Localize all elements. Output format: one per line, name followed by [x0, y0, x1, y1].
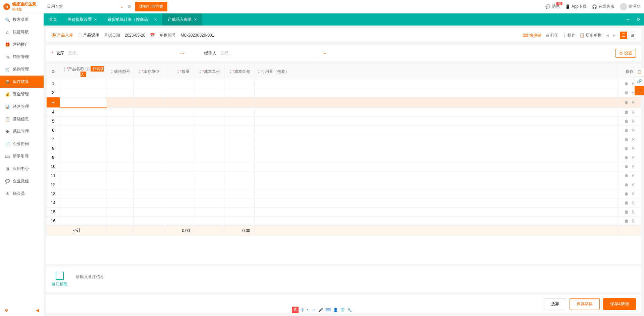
cell-spec[interactable] [107, 126, 134, 135]
cell-price[interactable] [194, 135, 224, 144]
sidebar-item-8[interactable]: 📋基础信息 [0, 113, 44, 125]
add-row-icon[interactable]: + [50, 99, 56, 105]
radio-product-in[interactable]: 产品入库 [52, 33, 73, 38]
save-draft-button[interactable]: 保存草稿 [570, 298, 600, 310]
cell-amount[interactable] [224, 198, 255, 208]
copy-icon[interactable]: ⎘ [632, 200, 634, 205]
cell-spec[interactable] [107, 153, 134, 162]
cell-amount[interactable] [224, 79, 255, 88]
table-row[interactable]: 12🗑⎘ [47, 180, 641, 189]
sidebar-item-6[interactable]: 💰资金管理 [0, 88, 44, 100]
handler-input[interactable] [219, 49, 320, 57]
cell-name[interactable] [60, 198, 107, 208]
float-btn-3[interactable]: ⛶ [635, 86, 644, 95]
delete-icon[interactable]: 🗑 [625, 155, 629, 160]
cell-unit[interactable] [134, 97, 164, 108]
cell-price[interactable] [194, 180, 224, 189]
cell-available[interactable] [255, 126, 618, 135]
delete-icon[interactable]: 🗑 [625, 200, 629, 205]
cell-qty[interactable] [164, 198, 194, 208]
settings-button[interactable]: ⚙ 设置 [615, 49, 636, 58]
cell-amount[interactable] [224, 108, 255, 117]
cell-qty[interactable] [164, 189, 194, 198]
download-button[interactable]: 📱 App下载 [565, 4, 587, 9]
cell-price[interactable] [194, 117, 224, 126]
cell-name[interactable] [60, 171, 107, 180]
cell-available[interactable] [255, 117, 618, 126]
copy-icon[interactable]: ⎘ [632, 210, 634, 214]
cell-unit[interactable] [134, 117, 164, 126]
date-value[interactable]: 2023-03-20 [125, 33, 145, 38]
experience-button[interactable]: 体验行业方案 [135, 2, 167, 11]
cell-unit[interactable] [134, 208, 164, 217]
cell-spec[interactable] [107, 79, 134, 88]
cell-spec[interactable] [107, 144, 134, 153]
cell-price[interactable] [194, 189, 224, 198]
copy-icon[interactable]: ⎘ [632, 81, 634, 86]
col-spec[interactable]: ▲▼规格型号 [107, 64, 134, 79]
close-icon[interactable]: ✕ [154, 17, 157, 22]
sidebar-item-2[interactable]: 🎁营销推广 [0, 38, 44, 51]
col-qty[interactable]: ▲▼*数量 [164, 64, 194, 79]
cell-available[interactable] [255, 144, 618, 153]
delete-icon[interactable]: 🗑 [625, 210, 629, 214]
cell-qty[interactable] [164, 171, 194, 180]
cell-available[interactable] [255, 88, 618, 97]
category-dropdown[interactable]: 日用百货 ⌄ [47, 4, 123, 9]
cell-unit[interactable] [134, 217, 164, 226]
col-price[interactable]: ▲▼*成本单价 [194, 64, 224, 79]
cell-spec[interactable] [107, 108, 134, 117]
copy-icon[interactable]: ⎘ [632, 146, 634, 151]
cell-spec[interactable] [107, 180, 134, 189]
cell-spec[interactable] [107, 171, 134, 180]
cell-spec[interactable] [107, 189, 134, 198]
cell-name[interactable] [60, 88, 107, 97]
delete-icon[interactable]: 🗑 [625, 128, 629, 133]
col-available[interactable]: ▲▼可用量（包装） [255, 64, 618, 79]
warehouse-lookup-icon[interactable]: ⋯ [180, 51, 184, 56]
table-row[interactable]: 14🗑⎘ [47, 198, 641, 208]
cell-price[interactable] [194, 126, 224, 135]
operate-button[interactable]: ⋮ 操作 [562, 33, 576, 38]
cell-unit[interactable] [134, 153, 164, 162]
table-row[interactable]: 13🗑⎘ [47, 189, 641, 198]
sidebar-item-13[interactable]: 💬企业微信 [0, 175, 44, 187]
table-row[interactable]: 6🗑⎘ [47, 126, 641, 135]
tab-0[interactable]: 首页 [44, 13, 62, 26]
cell-qty[interactable] [164, 79, 194, 88]
cell-name[interactable] [60, 189, 107, 198]
settings-icon[interactable]: ⚙ [5, 308, 8, 313]
table-row[interactable]: 16🗑⎘ [47, 217, 641, 226]
table-row[interactable]: 9🗑⎘ [47, 153, 641, 162]
cell-qty[interactable] [164, 97, 194, 108]
col-product-name[interactable]: ▲▼*产品名称 ⓘ 扫码录入 [60, 64, 107, 79]
float-btn-2[interactable]: 🔗 [635, 77, 644, 86]
save-new-button[interactable]: 保存&新增 [603, 298, 636, 310]
cell-qty[interactable] [164, 180, 194, 189]
cell-spec[interactable] [107, 217, 134, 226]
delete-icon[interactable]: 🗑 [625, 137, 629, 142]
cell-amount[interactable] [224, 171, 255, 180]
table-row[interactable]: 7🗑⎘ [47, 135, 641, 144]
table-row[interactable]: 5🗑⎘ [47, 117, 641, 126]
cell-available[interactable] [255, 208, 618, 217]
ime-icon-6[interactable]: 👕 [340, 308, 345, 312]
delete-icon[interactable]: 🗑 [625, 182, 629, 187]
tab-1[interactable]: 售价提取设置✕ [62, 13, 102, 26]
cell-amount[interactable] [224, 153, 255, 162]
sidebar-item-3[interactable]: 🛍销售管理 [0, 51, 44, 63]
tab-3[interactable]: 产成品入库单✕ [162, 13, 202, 26]
list-view-button[interactable]: ☰ [620, 32, 627, 39]
cell-spec[interactable] [107, 97, 134, 108]
cell-amount[interactable] [224, 162, 255, 171]
cell-amount[interactable] [224, 135, 255, 144]
cell-spec[interactable] [107, 117, 134, 126]
col-gear[interactable]: ⚙ [47, 64, 60, 79]
copy-icon[interactable]: ⎘ [632, 173, 634, 178]
cell-spec[interactable] [107, 208, 134, 217]
cell-amount[interactable] [224, 144, 255, 153]
table-row[interactable]: 15🗑⎘ [47, 208, 641, 217]
cell-name[interactable] [60, 97, 107, 108]
remark-input[interactable] [73, 272, 636, 282]
delete-icon[interactable]: 🗑 [625, 219, 629, 223]
